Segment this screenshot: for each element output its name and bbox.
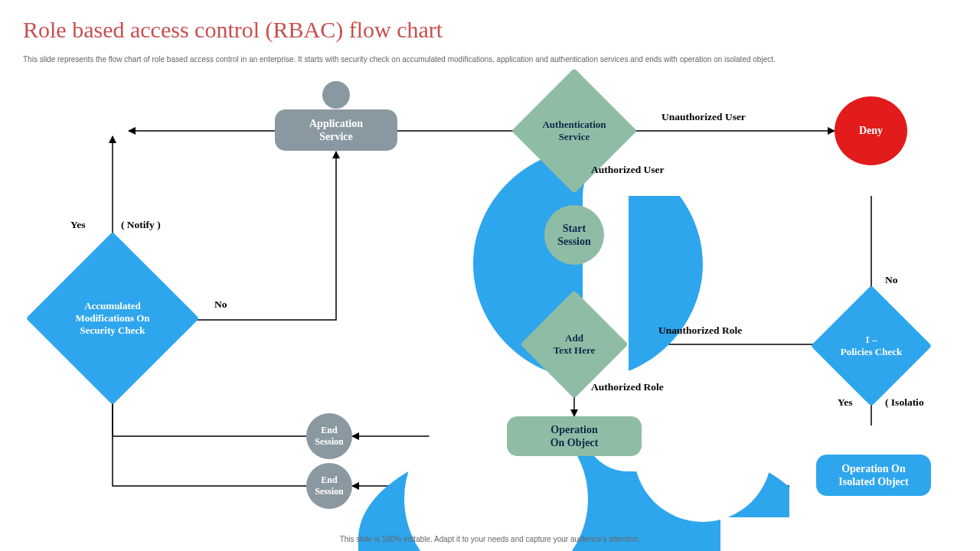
monitor-icon	[322, 81, 350, 109]
label-policies-check: I –Policies Check	[835, 334, 909, 359]
label-start-session: StartSession	[557, 222, 591, 249]
label-end-session-2: EndSession	[315, 474, 343, 497]
node-operation-isolated: Operation OnIsolated Object	[816, 455, 931, 496]
node-operation-object: OperationOn Object	[507, 416, 642, 456]
edge-unauthorized-role: Unauthorized Role	[658, 324, 742, 337]
svg-point-17	[634, 384, 772, 522]
edge-authorized-user: Authorized User	[591, 164, 665, 176]
edge-isolation: ( Isolatio	[885, 396, 924, 409]
node-deny: Deny	[835, 96, 907, 165]
node-policies-check: I –Policies Check	[828, 303, 914, 389]
label-deny: Deny	[859, 124, 883, 138]
edge-notify: ( Notify )	[121, 219, 161, 231]
edge-authorized-role: Authorized Role	[591, 381, 664, 393]
gear-icon	[98, 269, 126, 297]
node-start-session: StartSession	[544, 205, 604, 265]
footnote: This slide is 100% editable. Adapt it to…	[0, 535, 980, 543]
label-operation-isolated: Operation OnIsolated Object	[838, 462, 908, 489]
edge-no-1: No	[214, 298, 227, 311]
user-check-icon	[560, 77, 588, 104]
edge-yes-2: Yes	[838, 396, 853, 409]
node-end-session-1: EndSession	[306, 413, 352, 459]
edge-unauthorized-user: Unauthorized User	[662, 111, 746, 123]
edge-yes-1: Yes	[70, 219, 86, 231]
label-operation-object: OperationOn Object	[550, 423, 599, 450]
node-end-session-2: EndSession	[306, 463, 352, 509]
user-icon	[98, 103, 127, 132]
edge-no-2: No	[885, 274, 898, 286]
label-end-session-1: EndSession	[315, 425, 343, 448]
